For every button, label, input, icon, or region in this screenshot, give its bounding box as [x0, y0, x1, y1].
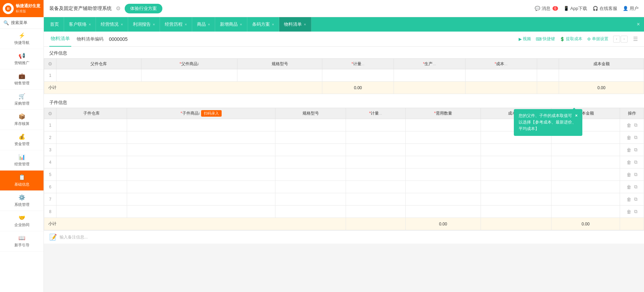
child-unitcost-3[interactable]: [481, 144, 552, 156]
scan-input-button[interactable]: 扫码录入: [201, 110, 222, 117]
child-warehouse-2[interactable]: [57, 131, 127, 144]
tab-customer[interactable]: 客户联络 ×: [64, 17, 96, 32]
child-qty-8[interactable]: [346, 206, 406, 218]
child-unitcost-8[interactable]: [481, 206, 552, 218]
child-needed-2[interactable]: [405, 131, 481, 144]
copy-row-2-button[interactable]: ⧉: [633, 134, 638, 141]
child-qty-6[interactable]: [346, 181, 406, 193]
copy-row-6-button[interactable]: ⧉: [633, 183, 638, 190]
nav-close-button[interactable]: ×: [634, 21, 643, 27]
sidebar-item-marketing[interactable]: 📢 营销推广: [0, 49, 44, 69]
child-needed-5[interactable]: [405, 168, 481, 181]
child-spec-2[interactable]: [275, 131, 346, 144]
tab-history-close[interactable]: ×: [185, 22, 187, 26]
copy-row-3-button[interactable]: ⧉: [633, 146, 638, 153]
tab-goods-close[interactable]: ×: [208, 22, 210, 26]
extract-cost-button[interactable]: 💲 提取成本: [560, 36, 582, 42]
child-qty-4[interactable]: [346, 156, 406, 168]
sidebar-item-purchase[interactable]: 🛒 采购管理: [0, 90, 44, 110]
child-qty-2[interactable]: [346, 131, 406, 144]
child-unitcost-7[interactable]: [481, 193, 552, 206]
trial-button[interactable]: 体验行业方案: [125, 4, 162, 13]
child-spec-7[interactable]: [275, 193, 346, 206]
user-button[interactable]: 👤 用户: [623, 5, 639, 12]
prev-button[interactable]: ‹: [613, 36, 620, 43]
child-needed-1[interactable]: [405, 119, 481, 131]
child-qty-1[interactable]: [346, 119, 406, 131]
sidebar-item-finance[interactable]: 💰 资金管理: [0, 130, 44, 150]
parent-gear-icon[interactable]: ⚙: [47, 61, 53, 67]
copy-row-5-button[interactable]: ⧉: [633, 171, 638, 178]
parent-cell-goods-1[interactable]: [141, 69, 237, 82]
child-warehouse-4[interactable]: [57, 156, 127, 168]
delete-row-8-button[interactable]: 🗑: [626, 208, 632, 215]
child-needed-8[interactable]: [405, 206, 481, 218]
child-warehouse-3[interactable]: [57, 144, 127, 156]
tooltip-close-button[interactable]: ×: [575, 113, 578, 119]
child-unitcost-6[interactable]: [481, 181, 552, 193]
sidebar-item-quicknav[interactable]: ⚡ 快捷导航: [0, 29, 44, 49]
message-button[interactable]: 💬 消息 6: [535, 5, 558, 12]
tab-bom-close[interactable]: ×: [304, 22, 306, 26]
copy-row-4-button[interactable]: ⧉: [633, 159, 638, 166]
child-goods-6[interactable]: [127, 181, 275, 193]
child-spec-6[interactable]: [275, 181, 346, 193]
child-needed-7[interactable]: [405, 193, 481, 206]
child-goods-3[interactable]: [127, 144, 275, 156]
child-spec-5[interactable]: [275, 168, 346, 181]
child-warehouse-1[interactable]: [57, 119, 127, 131]
child-unitcost-4[interactable]: [481, 156, 552, 168]
tab-barcode[interactable]: 条码方案 ×: [247, 17, 279, 32]
parent-cell-warehouse-1[interactable]: [57, 69, 141, 82]
sidebar-item-system[interactable]: ⚙️ 系统管理: [0, 191, 44, 211]
sidebar-item-inventory[interactable]: 📦 库存核算: [0, 110, 44, 130]
online-service-button[interactable]: 🎧 在线客服: [593, 5, 617, 12]
child-qty-7[interactable]: [346, 193, 406, 206]
child-needed-3[interactable]: [405, 144, 481, 156]
app-download-button[interactable]: 📱 App下载: [564, 5, 587, 12]
child-goods-5[interactable]: [127, 168, 275, 181]
sidebar-item-search[interactable]: 🔍 搜索菜单: [0, 17, 44, 29]
tab-home[interactable]: 首页: [45, 17, 64, 32]
parent-cell-spec-1[interactable]: [237, 69, 322, 82]
sidebar-item-collab[interactable]: 🤝 企业协同: [0, 211, 44, 231]
child-warehouse-5[interactable]: [57, 168, 127, 181]
child-goods-8[interactable]: [127, 206, 275, 218]
view-video-button[interactable]: ▶ 视频: [519, 36, 531, 42]
delete-row-5-button[interactable]: 🗑: [626, 171, 632, 178]
child-unitcost-5[interactable]: [481, 168, 552, 181]
tab-goods[interactable]: 商品 ×: [192, 17, 215, 32]
parent-cell-qty-1[interactable]: [322, 69, 394, 82]
sidebar-item-sales[interactable]: 💼 销售管理: [0, 69, 44, 90]
child-qty-3[interactable]: [346, 144, 406, 156]
tab-bom[interactable]: 物料清单 ×: [279, 17, 311, 32]
doc-settings-button[interactable]: ⚙ 单据设置: [587, 36, 608, 42]
child-spec-4[interactable]: [275, 156, 346, 168]
child-needed-6[interactable]: [405, 181, 481, 193]
delete-row-3-button[interactable]: 🗑: [626, 147, 632, 153]
child-spec-1[interactable]: [275, 119, 346, 131]
tab-operation[interactable]: 经营情况 ×: [96, 17, 128, 32]
tab-profit-close[interactable]: ×: [153, 22, 155, 26]
child-goods-7[interactable]: [127, 193, 275, 206]
child-gear-icon[interactable]: ⚙: [47, 110, 53, 117]
child-warehouse-8[interactable]: [57, 206, 127, 218]
child-spec-8[interactable]: [275, 206, 346, 218]
sub-tab-bom[interactable]: 物料清单: [49, 32, 71, 47]
child-qty-5[interactable]: [346, 168, 406, 181]
list-view-button[interactable]: ☰: [632, 35, 639, 43]
delete-row-7-button[interactable]: 🗑: [626, 196, 632, 203]
tab-barcode-close[interactable]: ×: [272, 22, 274, 26]
copy-row-8-button[interactable]: ⧉: [633, 208, 638, 215]
tab-customer-close[interactable]: ×: [89, 22, 91, 26]
delete-row-6-button[interactable]: 🗑: [626, 184, 632, 190]
child-warehouse-7[interactable]: [57, 193, 127, 206]
child-goods-4[interactable]: [127, 156, 275, 168]
delete-row-1-button[interactable]: 🗑: [626, 122, 632, 129]
tab-profit[interactable]: 利润报告 ×: [128, 17, 160, 32]
child-warehouse-6[interactable]: [57, 181, 127, 193]
child-goods-2[interactable]: [127, 131, 275, 144]
sidebar-item-management[interactable]: 📊 经营管理: [0, 150, 44, 171]
tab-addgoods-close[interactable]: ×: [240, 22, 242, 26]
copy-row-1-button[interactable]: ⧉: [633, 121, 638, 129]
